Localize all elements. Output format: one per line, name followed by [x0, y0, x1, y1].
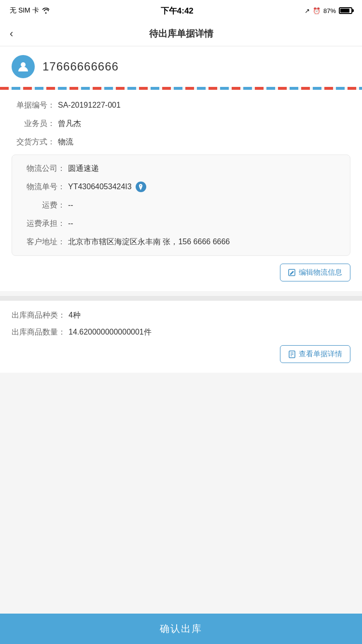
wifi-icon — [42, 8, 50, 14]
logistics-tracking-label: 物流单号： — [22, 181, 65, 193]
battery-percentage: 87% — [323, 7, 336, 14]
edit-logistics-button[interactable]: 编辑物流信息 — [280, 264, 350, 281]
customer-phone: 17666666666 — [42, 60, 119, 73]
logistics-company-value: 圆通速递 — [68, 163, 340, 174]
delivery-row: 交货方式： 物流 — [12, 136, 350, 148]
address-row: 客户地址： 北京市市辖区海淀区永丰南 张，156 6666 6666 — [22, 236, 340, 248]
bottom-bar[interactable]: 确认出库 — [0, 614, 362, 644]
edit-button-label: 编辑物流信息 — [299, 268, 342, 277]
freight-row: 运费： -- — [22, 199, 340, 211]
logistics-company-row: 物流公司： 圆通速递 — [22, 163, 340, 174]
order-no-value: SA-20191227-001 — [58, 99, 350, 111]
freight-bearer-value: -- — [68, 218, 340, 229]
customer-card: 17666666666 — [0, 46, 362, 87]
view-detail-label: 查看单据详情 — [299, 350, 342, 359]
freight-bearer-label: 运费承担： — [22, 218, 65, 229]
logistics-company-label: 物流公司： — [22, 163, 65, 174]
goods-quantity-row: 出库商品数量： 14.620000000000001件 — [12, 327, 350, 337]
main-content: 17666666666 单据编号： SA-20191227-001 业务员： 曾… — [0, 46, 362, 421]
status-carrier: 无 SIM 卡 — [10, 6, 50, 15]
view-detail-row: 查看单据详情 — [12, 345, 350, 363]
order-info-section: 单据编号： SA-20191227-001 业务员： 曾凡杰 交货方式： 物流 … — [0, 90, 362, 291]
address-value: 北京市市辖区海淀区永丰南 张，156 6666 6666 — [68, 236, 340, 248]
logistics-card: 物流公司： 圆通速递 物流单号： YT43064053424I3 运费： -- — [12, 154, 350, 256]
status-bar: 无 SIM 卡 下午4:42 ↗ ⏰ 87% — [0, 0, 362, 21]
confirm-button-label: 确认出库 — [160, 622, 202, 635]
avatar — [12, 55, 35, 78]
section-divider — [0, 296, 362, 301]
goods-quantity-value: 14.620000000000001件 — [69, 327, 350, 337]
goods-types-value: 4种 — [69, 310, 350, 321]
order-no-row: 单据编号： SA-20191227-001 — [12, 99, 350, 111]
user-icon — [16, 60, 30, 73]
order-no-label: 单据编号： — [12, 99, 55, 111]
delivery-value: 物流 — [58, 136, 350, 148]
goods-quantity-label: 出库商品数量： — [12, 327, 66, 337]
back-button[interactable]: ‹ — [10, 28, 13, 40]
logistics-tracking-row: 物流单号： YT43064053424I3 — [22, 181, 340, 193]
logistics-tracking-value: YT43064053424I3 — [68, 181, 340, 193]
edit-button-row: 编辑物流信息 — [12, 264, 350, 281]
goods-section: 出库商品种类： 4种 出库商品数量： 14.620000000000001件 查… — [0, 301, 362, 373]
page-title: 待出库单据详情 — [149, 28, 213, 40]
nav-bar: ‹ 待出库单据详情 — [0, 21, 362, 46]
delivery-label: 交货方式： — [12, 136, 55, 148]
track-location-button[interactable] — [136, 182, 146, 192]
freight-value: -- — [68, 199, 340, 211]
svg-point-0 — [21, 62, 26, 67]
map-pin-icon — [138, 184, 144, 190]
status-indicators: ↗ ⏰ 87% — [305, 7, 352, 14]
status-time: 下午4:42 — [161, 5, 194, 16]
salesman-label: 业务员： — [12, 118, 55, 129]
address-label: 客户地址： — [22, 236, 65, 248]
tracking-number: YT43064053424I3 — [68, 181, 132, 193]
carrier-label: 无 SIM 卡 — [10, 6, 39, 15]
location-status-icon: ↗ — [305, 7, 310, 14]
freight-label: 运费： — [22, 199, 65, 211]
salesman-value: 曾凡杰 — [58, 118, 350, 129]
freight-bearer-row: 运费承担： -- — [22, 218, 340, 229]
document-icon — [288, 350, 296, 358]
view-detail-button[interactable]: 查看单据详情 — [280, 345, 350, 363]
battery-icon — [339, 7, 352, 14]
salesman-row: 业务员： 曾凡杰 — [12, 118, 350, 129]
goods-types-row: 出库商品种类： 4种 — [12, 310, 350, 321]
goods-types-label: 出库商品种类： — [12, 310, 66, 321]
edit-icon — [288, 269, 296, 277]
alarm-icon: ⏰ — [313, 7, 320, 14]
